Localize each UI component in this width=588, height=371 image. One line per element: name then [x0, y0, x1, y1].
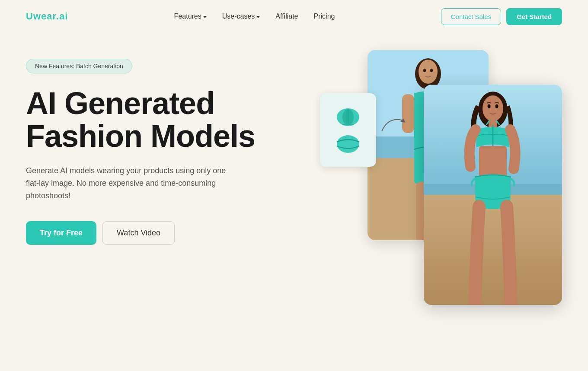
- chevron-down-icon: [256, 16, 260, 18]
- nav-pricing[interactable]: Pricing: [314, 13, 335, 20]
- hero-title: AI Generated Fashion Models: [26, 87, 285, 152]
- svg-point-27: [488, 105, 491, 108]
- logo[interactable]: Uwear.ai: [26, 11, 68, 22]
- get-started-button[interactable]: Get Started: [506, 8, 562, 25]
- arrow-icon: [380, 114, 406, 136]
- svg-point-28: [495, 105, 499, 108]
- nav-features[interactable]: Features: [174, 13, 207, 20]
- nav-actions: Contact Sales Get Started: [441, 8, 562, 25]
- chevron-down-icon: [203, 16, 207, 18]
- product-flatlay-image: [320, 93, 376, 167]
- svg-point-20: [423, 69, 426, 72]
- contact-sales-button[interactable]: Contact Sales: [441, 8, 501, 25]
- navbar: Uwear.ai Features Use-cases Affiliate Pr…: [0, 0, 588, 33]
- svg-point-26: [483, 95, 503, 121]
- try-free-button[interactable]: Try for Free: [26, 221, 96, 245]
- hero-cta-buttons: Try for Free Watch Video: [26, 221, 285, 245]
- hero-images: [303, 50, 562, 309]
- svg-rect-24: [424, 195, 562, 305]
- hero-content: New Features: Batch Generation AI Genera…: [26, 50, 285, 245]
- svg-rect-3: [342, 124, 354, 125]
- watch-video-button[interactable]: Watch Video: [102, 221, 175, 245]
- feature-badge: New Features: Batch Generation: [26, 59, 132, 73]
- hero-section: New Features: Batch Generation AI Genera…: [0, 33, 588, 335]
- hero-description: Generate AI models wearing your products…: [26, 165, 233, 202]
- svg-point-19: [419, 60, 438, 84]
- svg-point-21: [430, 69, 433, 72]
- svg-rect-33: [479, 146, 507, 179]
- svg-marker-5: [400, 118, 406, 123]
- nav-affiliate[interactable]: Affiliate: [275, 13, 298, 20]
- nav-use-cases[interactable]: Use-cases: [222, 13, 260, 20]
- nav-links: Features Use-cases Affiliate Pricing: [174, 13, 335, 20]
- model-image-2: [424, 85, 562, 305]
- svg-point-4: [337, 135, 359, 153]
